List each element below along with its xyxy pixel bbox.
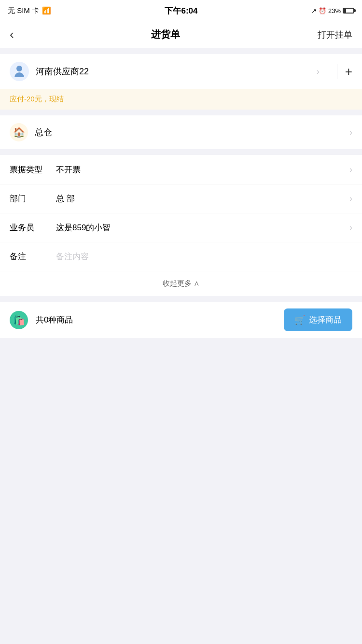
gap-1 [0,48,362,54]
battery-label: 23% [328,7,341,14]
open-pending-button[interactable]: 打开挂单 [318,29,352,41]
warehouse-name: 总仓 [35,126,349,138]
avatar-head [16,66,22,71]
warehouse-section: 🏠 总仓 › [0,115,362,149]
salesperson-chevron-icon: › [349,223,352,233]
invoice-type-row[interactable]: 票据类型 不开票 › [0,155,362,184]
select-product-button[interactable]: 🛒 选择商品 [284,308,352,331]
wifi-icon: 📶 [42,6,51,15]
avatar [10,62,29,81]
battery-icon [343,8,354,14]
department-label: 部门 [10,193,48,204]
product-bag-icon: 🛍️ [13,314,25,326]
product-section: 🛍️ 共0种商品 🛒 选择商品 [0,302,362,338]
salesperson-value: 这是859的小智 [56,222,349,233]
remark-label: 备注 [10,251,48,262]
department-chevron-icon: › [349,194,352,204]
status-left: 无 SIM 卡 📶 [8,6,51,15]
remark-input[interactable]: 备注内容 [56,251,352,262]
status-time: 下午6:04 [165,5,197,16]
carrier-label: 无 SIM 卡 [8,6,39,15]
gap-3 [0,149,362,155]
page-title: 进货单 [151,28,180,41]
department-value: 总 部 [56,193,349,204]
form-section: 票据类型 不开票 › 部门 总 部 › 业务员 这是859的小智 › 备注 备注… [0,155,362,296]
invoice-type-value: 不开票 [56,164,349,175]
page-body: 河南供应商22 › + 应付-20元，现结 🏠 总仓 › 票据类型 不开票 › … [0,48,362,644]
nav-bar: ‹ 进货单 打开挂单 [0,21,362,48]
product-icon-wrap: 🛍️ [10,311,28,329]
alarm-icon: ⏰ [319,7,326,14]
add-supplier-button[interactable]: + [345,64,352,79]
avatar-person-icon [14,66,25,77]
invoice-type-label: 票据类型 [10,164,48,175]
select-product-icon: 🛒 [294,315,305,325]
supplier-name: 河南供应商22 [36,66,317,77]
avatar-body [14,72,24,77]
gap-2 [0,110,362,115]
back-button[interactable]: ‹ [10,27,14,42]
warehouse-icon: 🏠 [13,126,25,138]
supplier-section: 河南供应商22 › + 应付-20元，现结 [0,54,362,110]
product-count-label: 共0种商品 [36,314,276,325]
status-right: ↗ ⏰ 23% [311,7,354,14]
salesperson-label: 业务员 [10,222,48,233]
salesperson-row[interactable]: 业务员 这是859的小智 › [0,213,362,242]
status-bar: 无 SIM 卡 📶 下午6:04 ↗ ⏰ 23% [0,0,362,21]
supplier-chevron-icon: › [317,67,320,77]
select-product-label: 选择商品 [309,314,342,325]
alert-banner: 应付-20元，现结 [0,89,362,110]
remark-row[interactable]: 备注 备注内容 [0,242,362,271]
warehouse-row[interactable]: 🏠 总仓 › [0,115,362,149]
department-row[interactable]: 部门 总 部 › [0,184,362,213]
warehouse-icon-wrap: 🏠 [10,123,28,141]
location-icon: ↗ [311,7,317,14]
supplier-row[interactable]: 河南供应商22 › + [0,54,362,89]
invoice-type-chevron-icon: › [349,165,352,175]
divider [337,64,337,79]
warehouse-chevron-icon: › [349,127,352,138]
collapse-button[interactable]: 收起更多 ∧ [0,271,362,296]
